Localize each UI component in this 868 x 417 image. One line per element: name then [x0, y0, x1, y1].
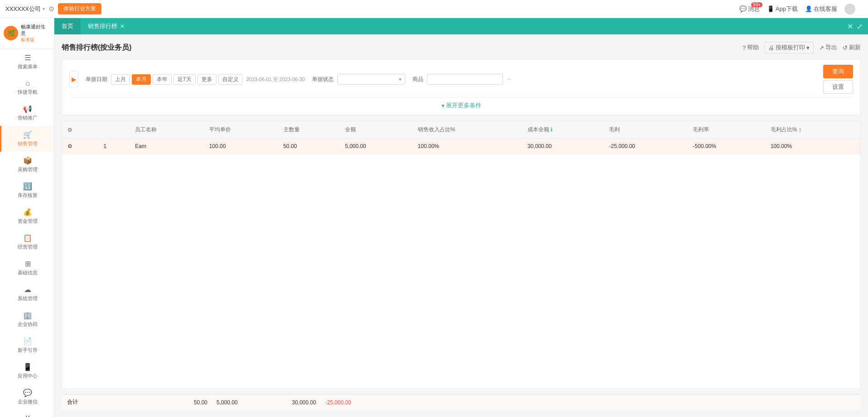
date-filter-group: 单据日期 上月 本月 本年 近7天 更多 自定义 2023-06-01 至 20…: [86, 74, 305, 85]
cost-info-icon[interactable]: ℹ: [551, 127, 552, 132]
app-center-icon: 📱: [23, 363, 32, 371]
beginner-icon: 📄: [23, 337, 32, 345]
service-icon: 👤: [805, 5, 812, 12]
tab-home[interactable]: 首页: [54, 18, 81, 34]
settings-icon[interactable]: ⚙: [48, 5, 54, 13]
sidebar-item-finance[interactable]: 💰 资金管理: [0, 203, 54, 229]
company-selector[interactable]: XXXXXX公司 ▾: [5, 5, 45, 13]
tab-bar-actions: ✕ ⤢: [847, 22, 868, 31]
footer-cost: 30,000.00: [292, 399, 316, 406]
avatar[interactable]: [844, 4, 855, 14]
print-icon: 🖨: [768, 44, 774, 51]
app-icon: 📱: [767, 5, 774, 12]
col-avg-price: 平均单价: [204, 121, 278, 139]
more-filter-icon[interactable]: ···: [507, 76, 511, 82]
template-print-arrow: ▾: [806, 44, 810, 51]
footer-amount: 5,000.00: [216, 399, 238, 406]
export-btn[interactable]: ↗ 导出: [819, 43, 837, 52]
date-btn-more[interactable]: 更多: [197, 74, 216, 85]
cell-employee: Eam: [129, 139, 204, 154]
message-btn[interactable]: 💬 消息 99+: [739, 5, 760, 13]
company-dropdown-icon: ▾: [43, 6, 45, 11]
table-section: ⚙ 员工名称 平均单价 主数量 全额 销售收入占比% 成本全额 ℹ 毛利 毛利率…: [62, 121, 861, 389]
sidebar-item-system[interactable]: ☁ 系统管理: [0, 281, 54, 307]
service-label: 在线客服: [814, 5, 837, 13]
sidebar-item-label: 基础信息: [18, 269, 38, 276]
settings-filter-btn[interactable]: 设置: [823, 80, 853, 94]
tab-close-icon[interactable]: ✕: [120, 23, 125, 29]
filter-collapse-btn[interactable]: ▶: [69, 71, 78, 87]
sidebar-item-label: 新手引导: [18, 347, 38, 354]
app-download-btn[interactable]: 📱 App下载: [767, 5, 798, 13]
sidebar-item-label: 系统管理: [18, 295, 38, 302]
sidebar-item-purchase[interactable]: 📦 采购管理: [0, 152, 54, 177]
sales-icon: 🛒: [23, 130, 32, 139]
table-footer: 合计 50.00 5,000.00 30,000.00 -25,000.00: [62, 394, 861, 410]
col-settings[interactable]: ⚙: [62, 121, 98, 139]
template-print-btn[interactable]: 🖨 按模板打印 ▾: [764, 42, 814, 53]
goods-input[interactable]: [427, 74, 503, 85]
sidebar-item-marketing[interactable]: 📢 营销推广: [0, 100, 54, 126]
table-header-row: ⚙ 员工名称 平均单价 主数量 全额 销售收入占比% 成本全额 ℹ 毛利 毛利率…: [62, 121, 860, 139]
tab-sales-ranking[interactable]: 销售排行榜 ✕: [81, 18, 132, 34]
template-print-label: 按模板打印: [776, 43, 805, 52]
date-btn-7days[interactable]: 近7天: [173, 74, 196, 85]
trial-btn[interactable]: 体验行业方案: [58, 3, 101, 14]
status-select[interactable]: [337, 74, 405, 85]
sidebar-item-inventory[interactable]: 🔢 库存核算: [0, 177, 54, 203]
sidebar-item-sales[interactable]: 🛒 销售管理: [0, 126, 54, 152]
filter-more-row: ▾ 展开更多条件: [69, 97, 853, 110]
table-body: ⚙ 1 Eam 100.00 50.00 5,000.00 100.00% 30…: [62, 139, 860, 154]
export-label: 导出: [825, 43, 837, 52]
tab-close-all-icon[interactable]: ✕: [847, 22, 853, 31]
date-btn-this-year[interactable]: 本年: [153, 74, 172, 85]
sidebar-item-app-center[interactable]: 📱 应用中心: [0, 358, 54, 384]
sidebar-item-operations[interactable]: 📋 经营管理: [0, 229, 54, 255]
help-btn[interactable]: ? 帮助: [743, 43, 759, 52]
sidebar-item-search-order[interactable]: ☰ 搜索菜单: [0, 49, 54, 75]
tab-sales-ranking-label: 销售排行榜: [88, 22, 117, 30]
content-area: 首页 销售排行榜 ✕ ✕ ⤢ 销售排行榜(按业务员) ? 帮助: [54, 18, 868, 417]
page-actions: ? 帮助 🖨 按模板打印 ▾ ↗ 导出 ↺ 刷新: [743, 42, 861, 53]
sidebar-item-enterprise[interactable]: 🏢 企业协同: [0, 307, 54, 332]
query-btn[interactable]: 查询: [823, 65, 853, 78]
enterprise-icon: 🏢: [23, 311, 32, 320]
wechat-icon: 💬: [23, 388, 32, 397]
date-btn-last-month[interactable]: 上月: [111, 74, 130, 85]
date-btn-this-month[interactable]: 本月: [132, 74, 151, 85]
table-row: ⚙ 1 Eam 100.00 50.00 5,000.00 100.00% 30…: [62, 139, 860, 154]
profit-pct-sort-icon[interactable]: ↕: [799, 126, 802, 133]
footer-profit: -25,000.00: [325, 399, 351, 406]
sidebar-item-beginner[interactable]: 📄 新手引导: [0, 332, 54, 358]
sidebar-item-label: 采购管理: [18, 166, 38, 173]
footer-label: 合计: [67, 398, 94, 406]
date-btn-custom[interactable]: 自定义: [218, 74, 243, 85]
col-sales-pct: 销售收入占比%: [412, 121, 522, 139]
cell-avg-price: 100.00: [204, 139, 278, 154]
sidebar-item-basic-info[interactable]: ⊞ 基础信息: [0, 255, 54, 281]
expand-more-btn[interactable]: ▾ 展开更多条件: [441, 101, 481, 110]
cell-profit: -25,000.00: [604, 139, 687, 154]
help-label: 帮助: [747, 43, 759, 52]
sidebar-item-member[interactable]: V 畅会员: [0, 410, 54, 417]
date-range-text: 2023-06-01 至 2023-06-30: [246, 76, 305, 83]
sidebar-item-label: 库存核算: [18, 192, 38, 199]
col-rank: [98, 121, 130, 139]
purchase-icon: 📦: [23, 156, 32, 165]
sidebar-logo: 🌿 畅康通好生意 标准版: [0, 18, 54, 49]
col-cost: 成本全额 ℹ: [522, 121, 604, 139]
sidebar-item-label: 销售管理: [18, 140, 38, 147]
refresh-icon: ↺: [843, 44, 848, 51]
refresh-btn[interactable]: ↺ 刷新: [843, 43, 861, 52]
col-profit-rate: 毛利率: [687, 121, 765, 139]
cell-settings[interactable]: ⚙: [62, 139, 98, 154]
company-name: XXXXXX公司: [5, 5, 41, 13]
sidebar-item-quick-nav[interactable]: ⌂ 快捷导航: [0, 75, 54, 100]
cell-rank: 1: [98, 139, 130, 154]
sidebar-item-wechat[interactable]: 💬 企业微信: [0, 384, 54, 410]
tab-restore-icon[interactable]: ⤢: [857, 22, 863, 31]
page-content: 销售排行榜(按业务员) ? 帮助 🖨 按模板打印 ▾ ↗ 导出: [54, 34, 868, 417]
online-service-btn[interactable]: 👤 在线客服: [805, 5, 837, 13]
sidebar: 🌿 畅康通好生意 标准版 ☰ 搜索菜单 ⌂ 快捷导航 📢 营销推广 🛒 销售管理…: [0, 18, 54, 417]
filter-row: ▶ 单据日期 上月 本月 本年 近7天 更多 自定义 2023-06-01 至 …: [69, 65, 853, 94]
